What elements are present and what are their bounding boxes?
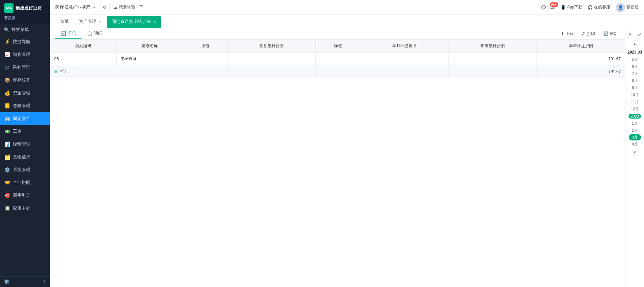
tab-home[interactable]: 首页 <box>55 16 73 28</box>
download-button[interactable]: ⬇ 下载 <box>559 30 576 38</box>
sidebar-item-quick-nav[interactable]: ⚡ 快捷导航 <box>0 35 50 48</box>
settings-gear-icon[interactable]: ⚙️ <box>4 279 9 284</box>
sidebar-item-base-info[interactable]: 🗂️ 基础信息 <box>0 151 50 163</box>
sidebar-item-guide[interactable]: 🎯 新手引导 <box>0 189 50 202</box>
refresh-button[interactable]: 🔃 刷新 <box>601 30 620 38</box>
month-6[interactable]: 6月 <box>625 63 644 70</box>
cell-net-value <box>316 53 360 65</box>
tab-depreciation-close[interactable]: ✕ <box>153 20 156 24</box>
message-button[interactable]: 💬 消息 99+ <box>541 4 555 10</box>
tab-home-label: 首页 <box>60 19 69 25</box>
settings-icon: ⚙ <box>103 5 107 10</box>
app-center-icon: 🔲 <box>4 205 10 211</box>
sidebar-item-app-center[interactable]: 🔲 应用中心 <box>0 202 50 215</box>
purchase-icon: 🛒 <box>4 65 10 70</box>
sidebar-item-sales[interactable]: 📈 销售管理 <box>0 48 50 61</box>
table-row: 05 电子设备 791.67 <box>50 53 625 65</box>
sales-icon: 📈 <box>4 52 10 57</box>
month-5[interactable]: 5月 <box>625 56 644 63</box>
quick-nav-icon: ⚡ <box>4 39 10 44</box>
cooperation-icon: 🤝 <box>4 180 10 185</box>
ledger-label: 总账管理 <box>13 103 30 109</box>
detail-icon: 📋 <box>87 31 92 36</box>
sidebar-collapse-icon[interactable]: ⏸ <box>41 279 46 284</box>
col-header-net-value: 净值 <box>316 40 360 53</box>
total-end-dep <box>449 65 537 78</box>
sidebar-item-inventory[interactable]: 📦 库存核算 <box>0 74 50 87</box>
tab-depreciation[interactable]: 固定资产折旧统计表 ✕ <box>107 16 161 28</box>
search-menu-label: 搜索菜单 <box>11 27 29 33</box>
settings-button[interactable]: ⚙ <box>100 3 110 12</box>
experience-icon: ☁ <box>114 5 118 10</box>
sidebar-item-payroll[interactable]: 💵 工资 <box>0 125 50 138</box>
online-service-label: 在线客服 <box>594 4 610 10</box>
total-monthly-dep <box>360 65 449 78</box>
operations-icon: 📊 <box>4 141 10 147</box>
sidebar-nav: ⚡ 快捷导航 📈 销售管理 🛒 采购管理 📦 库存核算 💰 资金管理 📒 总账管… <box>0 35 50 276</box>
month-11[interactable]: 11月 <box>625 98 644 105</box>
month-3-active[interactable]: 3月 <box>629 134 641 140</box>
tab-asset-mgmt[interactable]: 资产管理 ✕ <box>74 16 106 28</box>
month-8[interactable]: 8月 <box>625 77 644 84</box>
cell-end-dep <box>449 53 537 65</box>
year-badge[interactable]: 2023 <box>628 114 641 119</box>
experience-button[interactable]: ☁ 我要体验一下 <box>114 4 143 10</box>
app-download-button[interactable]: 📱 App下载 <box>561 4 582 10</box>
download-label: 下载 <box>565 31 574 37</box>
table-container: 类别编码 类别名称 原值 期初累计折旧 净值 本月计提折旧 期末累计折旧 本年计… <box>50 39 625 287</box>
sidebar-item-cooperation[interactable]: 🤝 企业协同 <box>0 176 50 189</box>
sidebar-item-operations[interactable]: 📊 经营管理 <box>0 138 50 151</box>
month-12[interactable]: 12月 <box>625 105 644 113</box>
print-label: 打印 <box>587 31 595 37</box>
month-1[interactable]: 1月 <box>625 120 644 127</box>
experience-label: 我要体验一下 <box>119 4 143 10</box>
operations-label: 经营管理 <box>13 141 30 147</box>
month-9[interactable]: 9月 <box>625 84 644 91</box>
sidebar-item-system[interactable]: ⚙️ 系统管理 <box>0 163 50 176</box>
sub-tab-summary[interactable]: 🔄 汇总 <box>55 28 82 39</box>
col-header-name: 类别名称 <box>117 40 183 53</box>
panel-down-button[interactable]: ▼ <box>632 149 638 156</box>
search-menu[interactable]: 🔍 搜索菜单 <box>0 24 50 35</box>
month-7[interactable]: 7月 <box>625 70 644 77</box>
panel-up-button[interactable]: ▲ <box>632 40 638 47</box>
col-header-code: 类别编码 <box>50 40 117 53</box>
sub-tab-summary-label: 汇总 <box>67 30 76 36</box>
panel-close-button[interactable]: ✕ <box>628 32 632 37</box>
sidebar-item-fixed-assets[interactable]: 🏢 固定资产 <box>0 112 50 125</box>
cell-name: 电子设备 <box>117 53 183 65</box>
sub-tab-detail[interactable]: 📋 明细 <box>82 28 108 39</box>
tabs-bar: 首页 资产管理 ✕ 固定资产折旧统计表 ✕ <box>50 15 644 28</box>
app-download-label: App下载 <box>567 4 582 10</box>
base-info-label: 基础信息 <box>13 154 30 160</box>
sidebar-item-purchase[interactable]: 🛒 采购管理 <box>0 61 50 74</box>
total-row: ⊞合计： 791.67 <box>50 65 625 78</box>
company-selector[interactable]: 医疗器械行业演示 ▼ <box>55 4 96 10</box>
month-10[interactable]: 10月 <box>625 91 644 98</box>
month-2[interactable]: 2月 <box>625 127 644 134</box>
system-label: 系统管理 <box>13 167 30 173</box>
sub-tabs-row: 🔄 汇总 📋 明细 ⬇ 下载 🖨 打印 <box>50 28 625 39</box>
user-avatar: 👤 <box>616 3 625 12</box>
toolbar-right: ⬇ 下载 🖨 打印 🔃 刷新 <box>559 30 620 38</box>
content-area: 🔄 汇总 📋 明细 ⬇ 下载 🖨 打印 <box>50 28 644 287</box>
month-4[interactable]: 4月 <box>625 140 644 148</box>
total-original <box>183 65 227 78</box>
print-button[interactable]: 🖨 打印 <box>580 30 597 38</box>
fixed-assets-icon: 🏢 <box>4 116 10 121</box>
message-icon: 💬 <box>541 5 546 10</box>
tab-asset-mgmt-close[interactable]: ✕ <box>98 20 101 24</box>
panel-expand-button[interactable]: ⤢ <box>637 32 641 37</box>
sidebar-item-finance[interactable]: 💰 资金管理 <box>0 87 50 99</box>
online-service-button[interactable]: 🎧 在线客服 <box>588 4 610 10</box>
col-header-annual-dep: 本年计提折旧 <box>537 40 625 53</box>
page-wrapper: 🔄 汇总 📋 明细 ⬇ 下载 🖨 打印 <box>50 28 625 287</box>
sidebar-item-ledger[interactable]: 📒 总账管理 <box>0 99 50 112</box>
download-icon: 📱 <box>561 5 566 10</box>
cooperation-label: 企业协同 <box>13 180 30 186</box>
cell-original <box>183 53 227 65</box>
summary-icon: 🔄 <box>61 31 66 36</box>
fixed-assets-label: 固定资产 <box>13 116 30 122</box>
user-profile[interactable]: 👤 畅捷通 <box>616 3 639 12</box>
col-header-original: 原值 <box>183 40 227 53</box>
